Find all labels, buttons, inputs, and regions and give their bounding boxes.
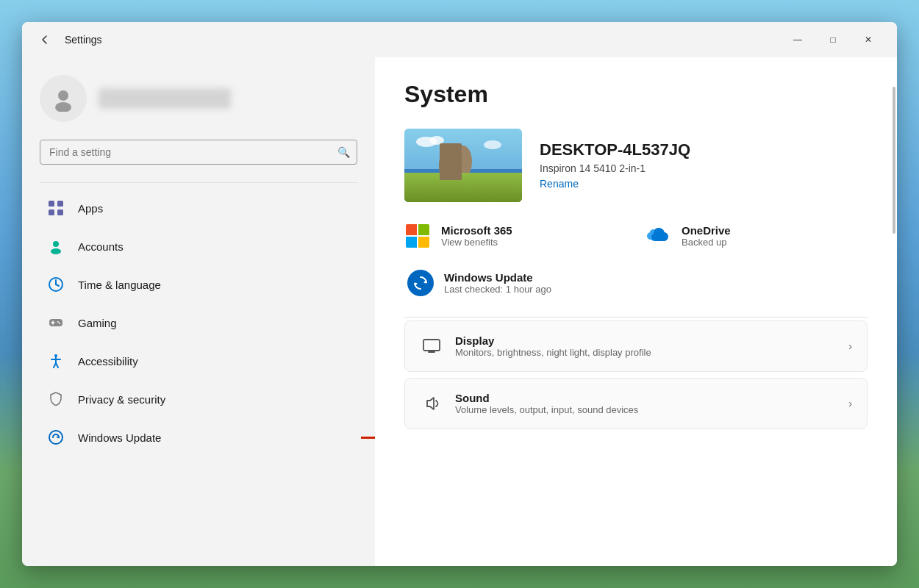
microsoft365-subtitle: View benefits (441, 237, 512, 248)
title-bar-left: Settings (34, 32, 102, 48)
close-button[interactable]: ✕ (851, 28, 885, 51)
content-area: 🔍 Apps (22, 57, 897, 566)
onedrive-text: OneDrive Backed up (682, 224, 731, 248)
svg-point-1 (55, 102, 71, 112)
device-thumbnail (404, 129, 522, 202)
search-icon: 🔍 (337, 146, 350, 158)
display-chevron: › (848, 340, 852, 352)
sound-chevron: › (848, 398, 852, 409)
windows-update-label: Windows Update (78, 431, 161, 444)
svg-point-6 (53, 241, 59, 247)
privacy-icon (46, 389, 66, 409)
windows-update-title: Windows Update (444, 271, 551, 284)
sound-icon (420, 392, 443, 415)
sidebar-item-windows-update[interactable]: Windows Update (28, 418, 369, 456)
microsoft365-text: Microsoft 365 View benefits (441, 224, 512, 248)
svg-point-31 (484, 140, 501, 149)
minimize-button[interactable]: — (781, 28, 815, 51)
accessibility-label: Accessibility (78, 355, 138, 368)
apps-icon (46, 198, 66, 218)
display-card-text: Display Monitors, brightness, night ligh… (455, 334, 837, 358)
sound-settings-card[interactable]: Sound Volume levels, output, input, soun… (404, 378, 868, 429)
info-cards: Microsoft 365 View benefits OneDrive (404, 223, 868, 249)
svg-line-10 (56, 284, 59, 286)
sound-subtitle: Volume levels, output, input, sound devi… (455, 404, 837, 415)
svg-rect-2 (49, 201, 54, 207)
display-icon (420, 334, 443, 358)
svg-point-21 (49, 431, 62, 444)
privacy-security-label: Privacy & security (78, 393, 165, 406)
title-bar: Settings — □ ✕ (22, 22, 897, 57)
svg-rect-27 (426, 179, 429, 184)
svg-point-28 (426, 175, 430, 179)
microsoft365-card[interactable]: Microsoft 365 View benefits (404, 223, 627, 249)
section-divider (404, 317, 868, 318)
svg-point-15 (59, 323, 60, 324)
time-language-label: Time & language (78, 279, 161, 291)
device-model: Inspiron 14 5410 2-in-1 (540, 162, 690, 174)
gaming-label: Gaming (78, 317, 117, 329)
sidebar-item-apps[interactable]: Apps (28, 189, 369, 227)
back-button[interactable] (34, 32, 56, 48)
accessibility-icon (46, 351, 66, 371)
windows-update-text: Windows Update Last checked: 1 hour ago (444, 271, 551, 295)
svg-rect-32 (423, 340, 440, 351)
sidebar-item-time-language[interactable]: Time & language (28, 265, 369, 304)
device-image (404, 129, 522, 202)
maximize-button[interactable]: □ (816, 28, 850, 51)
sidebar-item-gaming[interactable]: Gaming (28, 304, 369, 342)
scrollbar-track (891, 57, 897, 566)
device-section: DESKTOP-4L537JQ Inspiron 14 5410 2-in-1 … (404, 129, 868, 202)
window-title: Settings (65, 34, 102, 46)
svg-marker-35 (427, 398, 434, 409)
sidebar-item-accessibility[interactable]: Accessibility (28, 342, 369, 380)
microsoft365-icon (404, 223, 431, 249)
sidebar-item-privacy-security[interactable]: Privacy & security (28, 380, 369, 418)
svg-point-14 (57, 321, 59, 323)
scrollbar-thumb[interactable] (893, 87, 895, 234)
svg-rect-24 (404, 184, 522, 202)
update-icon (46, 427, 66, 448)
windows-update-card[interactable]: Windows Update Last checked: 1 hour ago (404, 270, 868, 296)
gaming-icon (46, 312, 66, 333)
display-title: Display (455, 334, 837, 347)
settings-window: Settings — □ ✕ 🔍 (22, 22, 897, 566)
svg-line-20 (56, 363, 58, 368)
user-section (22, 69, 375, 140)
svg-point-7 (51, 248, 61, 254)
search-box: 🔍 (40, 140, 357, 165)
windows-update-icon (407, 270, 434, 296)
svg-point-30 (429, 136, 444, 145)
svg-rect-3 (57, 201, 63, 207)
display-settings-card[interactable]: Display Monitors, brightness, night ligh… (404, 320, 868, 372)
device-name: DESKTOP-4L537JQ (540, 140, 690, 159)
sidebar: 🔍 Apps (22, 57, 375, 566)
rename-link[interactable]: Rename (540, 178, 579, 190)
svg-point-0 (58, 90, 68, 101)
display-subtitle: Monitors, brightness, night light, displ… (455, 347, 837, 358)
window-controls: — □ ✕ (781, 28, 885, 51)
sound-card-text: Sound Volume levels, output, input, soun… (455, 392, 837, 415)
microsoft365-title: Microsoft 365 (441, 224, 512, 237)
onedrive-card[interactable]: OneDrive Backed up (645, 223, 868, 249)
annotation-arrow (361, 432, 375, 442)
svg-point-26 (454, 146, 472, 178)
svg-rect-5 (57, 209, 63, 215)
sound-title: Sound (455, 392, 837, 404)
svg-rect-4 (49, 209, 54, 215)
windows-update-subtitle: Last checked: 1 hour ago (444, 284, 551, 295)
accounts-icon (46, 236, 66, 257)
accounts-label: Accounts (78, 240, 124, 253)
time-icon (46, 274, 66, 295)
onedrive-title: OneDrive (682, 224, 731, 237)
onedrive-icon (645, 223, 671, 249)
onedrive-subtitle: Backed up (682, 237, 731, 248)
sidebar-item-accounts[interactable]: Accounts (28, 227, 369, 265)
avatar (40, 75, 87, 122)
apps-label: Apps (78, 202, 103, 215)
svg-point-25 (439, 143, 465, 187)
search-input[interactable] (40, 140, 357, 165)
page-title: System (404, 81, 868, 108)
sidebar-divider (40, 182, 357, 183)
device-info: DESKTOP-4L537JQ Inspiron 14 5410 2-in-1 … (540, 140, 690, 190)
